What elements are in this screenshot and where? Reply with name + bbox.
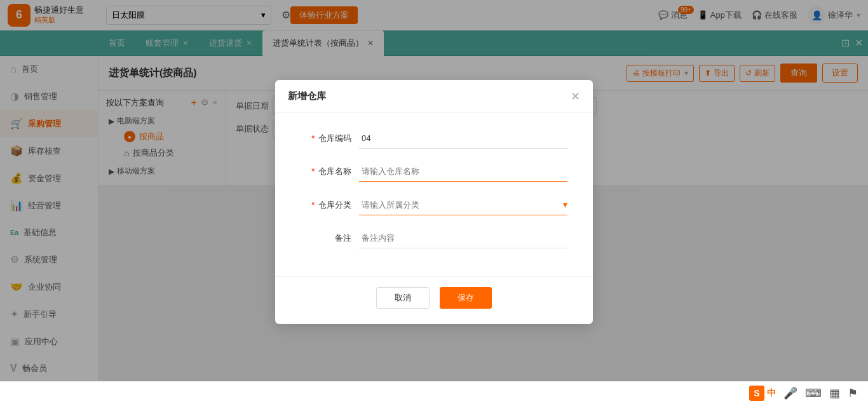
bottom-logo: S 中	[749, 386, 776, 401]
warehouse-code-row: * 仓库编码	[301, 128, 567, 149]
required-star-name: *	[311, 166, 315, 176]
new-warehouse-modal: 新增仓库 ✕ * 仓库编码 * 仓库名称	[275, 80, 593, 324]
category-dropdown-icon: ▾	[563, 199, 567, 210]
warehouse-category-select[interactable]: ▾	[359, 194, 567, 215]
modal-title: 新增仓库	[288, 90, 326, 102]
warehouse-category-input[interactable]	[359, 194, 563, 215]
warehouse-category-row: * 仓库分类 ▾	[301, 194, 567, 215]
modal-body: * 仓库编码 * 仓库名称 * 仓库分类	[275, 113, 593, 276]
notes-row: 备注	[301, 228, 567, 248]
notes-input[interactable]	[359, 228, 567, 248]
modal-overlay: 新增仓库 ✕ * 仓库编码 * 仓库名称	[0, 0, 868, 404]
mic-icon[interactable]: 🎤	[783, 386, 797, 400]
warehouse-name-row: * 仓库名称	[301, 161, 567, 182]
bottom-logo-text: 中	[767, 387, 776, 399]
warehouse-name-input[interactable]	[359, 161, 567, 182]
save-btn[interactable]: 保存	[440, 287, 492, 309]
required-star-cat: *	[311, 200, 315, 210]
flag-icon[interactable]: ⚑	[848, 386, 858, 400]
warehouse-code-label: * 仓库编码	[301, 133, 351, 144]
cancel-btn[interactable]: 取消	[376, 287, 430, 309]
warehouse-code-input[interactable]	[359, 128, 567, 149]
keyboard-icon[interactable]: ⌨	[805, 386, 822, 400]
warehouse-category-label: * 仓库分类	[301, 199, 351, 211]
notes-label: 备注	[301, 232, 351, 244]
bottom-s-logo: S	[749, 386, 764, 401]
warehouse-name-label: * 仓库名称	[301, 166, 351, 177]
modal-header: 新增仓库 ✕	[275, 80, 593, 113]
modal-close-btn[interactable]: ✕	[571, 91, 580, 102]
bottom-bar: S 中 🎤 ⌨ ▦ ⚑	[0, 381, 868, 404]
modal-footer: 取消 保存	[275, 276, 593, 324]
required-star-code: *	[311, 133, 315, 143]
grid-icon[interactable]: ▦	[829, 386, 840, 400]
